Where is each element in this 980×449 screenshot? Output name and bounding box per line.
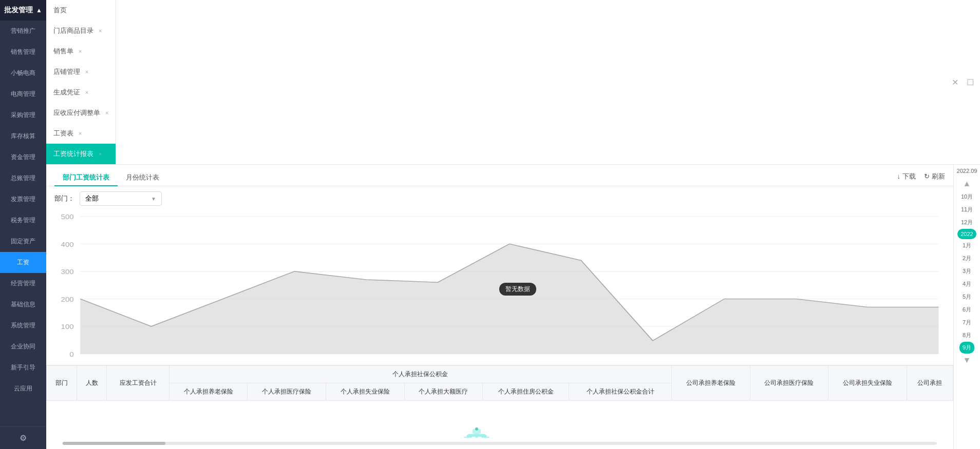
sidebar-items-container: 营销推广销售管理小畅电商电商管理采购管理库存核算资金管理总账管理发票管理税务管理… bbox=[0, 21, 46, 399]
tab-应收应付调整单[interactable]: 应收应付调整单× bbox=[46, 103, 116, 123]
tab-bar: 首页门店商品目录×销售单×店铺管理×生成凭证×应收应付调整单×工资表×工资统计报… bbox=[46, 0, 980, 165]
timeline-month-5[interactable]: 5月 bbox=[960, 290, 973, 303]
sidebar-item-工资[interactable]: 工资 bbox=[0, 252, 46, 273]
timeline-month-11[interactable]: 11月 bbox=[959, 203, 975, 216]
sidebar-item-营销推广[interactable]: 营销推广 bbox=[0, 21, 46, 42]
tab-close-icon[interactable]: × bbox=[85, 69, 88, 75]
timeline-month-12[interactable]: 12月 bbox=[959, 216, 975, 229]
col-company-unemployment: 公司承担失业保险 bbox=[828, 366, 907, 401]
tab-close-icon[interactable]: × bbox=[85, 89, 88, 95]
sidebar-settings[interactable]: ⚙ bbox=[0, 426, 46, 449]
dept-label: 部门： bbox=[54, 194, 74, 203]
timeline-month-8[interactable]: 8月 bbox=[960, 329, 973, 342]
timeline-month-9[interactable]: 9月 bbox=[959, 342, 974, 354]
timeline-current-label: 2022.09 bbox=[955, 165, 979, 177]
sidebar-title: 批发管理 bbox=[4, 6, 33, 15]
tab-close-icon[interactable]: × bbox=[99, 151, 102, 157]
tab-门店商品目录[interactable]: 门店商品目录× bbox=[46, 21, 116, 41]
tab-close-icon[interactable]: × bbox=[105, 110, 108, 116]
tab-工资统计报表[interactable]: 工资统计报表× bbox=[46, 144, 116, 164]
table-area[interactable]: 部门 人数 应发工资合计 个人承担社保公积金 公司承担养老保险 公司承担医疗保险… bbox=[46, 365, 953, 449]
refresh-action[interactable]: ↻ 刷新 bbox=[924, 172, 945, 181]
tab-店铺管理[interactable]: 店铺管理× bbox=[46, 62, 116, 82]
chevron-down-icon: ▼ bbox=[151, 196, 156, 202]
tab-首页[interactable]: 首页 bbox=[46, 0, 116, 21]
timeline-month-3[interactable]: 3月 bbox=[960, 265, 973, 278]
sidebar-item-总账管理[interactable]: 总账管理 bbox=[0, 168, 46, 189]
timeline-month-1[interactable]: 1月 bbox=[960, 239, 973, 252]
sidebar-item-云应用[interactable]: 云应用 bbox=[0, 378, 46, 399]
timeline-month-7[interactable]: 7月 bbox=[960, 316, 973, 329]
col-personal-unemployment: 个人承担失业保险 bbox=[326, 383, 404, 401]
sidebar-item-小畅电商[interactable]: 小畅电商 bbox=[0, 63, 46, 84]
tab-close-icon[interactable]: × bbox=[79, 130, 82, 136]
sidebar-item-资金管理[interactable]: 资金管理 bbox=[0, 147, 46, 168]
sidebar-toggle-icon[interactable]: ▲ bbox=[36, 7, 42, 14]
sidebar-item-基础信息[interactable]: 基础信息 bbox=[0, 294, 46, 315]
sidebar-item-新手引导[interactable]: 新手引导 bbox=[0, 357, 46, 378]
col-personal-total: 个人承担社保公积金合计 bbox=[569, 383, 672, 401]
tab-label: 生成凭证 bbox=[53, 88, 80, 97]
svg-point-22 bbox=[475, 427, 478, 431]
sidebar-item-企业协同[interactable]: 企业协同 bbox=[0, 336, 46, 357]
svg-text:200: 200 bbox=[61, 296, 74, 303]
col-company-medical: 公司承担医疗保险 bbox=[750, 366, 828, 401]
tab-生成凭证[interactable]: 生成凭证× bbox=[46, 82, 116, 103]
tab-month-stats[interactable]: 月份统计表 bbox=[118, 170, 167, 186]
col-dept: 部门 bbox=[47, 366, 77, 401]
col-personal-medical: 个人承担医疗保险 bbox=[248, 383, 326, 401]
inner-tabs: 部门工资统计表 月份统计表 ↓ 下载 ↻ 刷新 bbox=[46, 165, 953, 186]
sidebar-item-系统管理[interactable]: 系统管理 bbox=[0, 315, 46, 336]
timeline-month-2[interactable]: 2月 bbox=[960, 252, 973, 265]
sidebar-item-固定资产[interactable]: 固定资产 bbox=[0, 231, 46, 252]
sidebar-item-发票管理[interactable]: 发票管理 bbox=[0, 189, 46, 210]
timeline-up-icon[interactable]: ▲ bbox=[961, 177, 973, 190]
tab-label: 工资表 bbox=[53, 129, 73, 138]
col-personal-pension: 个人承担养老保险 bbox=[169, 383, 248, 401]
content-area: 部门工资统计表 月份统计表 ↓ 下载 ↻ 刷新 部门： bbox=[46, 165, 980, 449]
svg-text:0: 0 bbox=[69, 350, 74, 358]
sidebar-item-电商管理[interactable]: 电商管理 bbox=[0, 84, 46, 105]
tab-label: 工资统计报表 bbox=[53, 149, 93, 159]
sidebar-item-销售管理[interactable]: 销售管理 bbox=[0, 42, 46, 63]
download-action[interactable]: ↓ 下载 bbox=[897, 172, 916, 181]
tab-close-icon[interactable]: × bbox=[99, 28, 102, 34]
sidebar-header: 批发管理 ▲ bbox=[0, 0, 46, 21]
timeline-month-4[interactable]: 4月 bbox=[960, 278, 973, 290]
scroll-thumb[interactable] bbox=[63, 442, 165, 445]
table-wrapper: 部门 人数 应发工资合计 个人承担社保公积金 公司承担养老保险 公司承担医疗保险… bbox=[46, 365, 953, 449]
timeline-year-2022[interactable]: 2022 bbox=[957, 229, 976, 239]
tab-close-icon[interactable]: × bbox=[79, 48, 82, 54]
col-personal-serious-illness: 个人承担大额医疗 bbox=[404, 383, 483, 401]
sidebar-item-库存核算[interactable]: 库存核算 bbox=[0, 126, 46, 147]
timeline-month-6[interactable]: 6月 bbox=[960, 303, 973, 316]
gear-icon: ⚙ bbox=[20, 434, 27, 442]
tab-label: 门店商品目录 bbox=[53, 26, 93, 35]
tab-dept-stats[interactable]: 部门工资统计表 bbox=[54, 170, 118, 186]
sidebar-item-采购管理[interactable]: 采购管理 bbox=[0, 105, 46, 126]
restore-window-icon[interactable]: ☐ bbox=[965, 75, 976, 89]
tab-bar-end: ✕ ☐ bbox=[950, 75, 980, 89]
col-personal-housing: 个人承担住房公积金 bbox=[483, 383, 569, 401]
sidebar-item-税务管理[interactable]: 税务管理 bbox=[0, 210, 46, 231]
svg-text:300: 300 bbox=[61, 268, 74, 276]
timeline-month-10[interactable]: 10月 bbox=[959, 190, 975, 203]
dept-select[interactable]: 全部 ▼ bbox=[80, 191, 162, 206]
tab-label: 首页 bbox=[53, 6, 67, 15]
timeline-panel: 2022.09 ▲ 10月 11月 12月 2022 1月 2月 3月 4月 5… bbox=[953, 165, 980, 449]
filter-toolbar: 部门： 全部 ▼ bbox=[46, 186, 953, 211]
timeline-down-icon[interactable]: ▼ bbox=[961, 354, 973, 367]
download-icon: ↓ bbox=[897, 172, 901, 180]
svg-text:500: 500 bbox=[61, 213, 74, 221]
svg-text:400: 400 bbox=[61, 241, 74, 248]
download-label: 下载 bbox=[902, 172, 916, 181]
tab-销售单[interactable]: 销售单× bbox=[46, 41, 116, 62]
tab-label: 销售单 bbox=[53, 47, 73, 56]
tab-items-container: 首页门店商品目录×销售单×店铺管理×生成凭证×应收应付调整单×工资表×工资统计报… bbox=[46, 0, 116, 164]
tab-工资表[interactable]: 工资表× bbox=[46, 123, 116, 144]
scroll-container bbox=[46, 438, 953, 449]
toolbar-left: 部门： 全部 ▼ bbox=[54, 191, 162, 206]
horizontal-scrollbar[interactable] bbox=[63, 442, 937, 445]
close-window-icon[interactable]: ✕ bbox=[950, 75, 960, 89]
sidebar-item-经营管理[interactable]: 经营管理 bbox=[0, 273, 46, 294]
